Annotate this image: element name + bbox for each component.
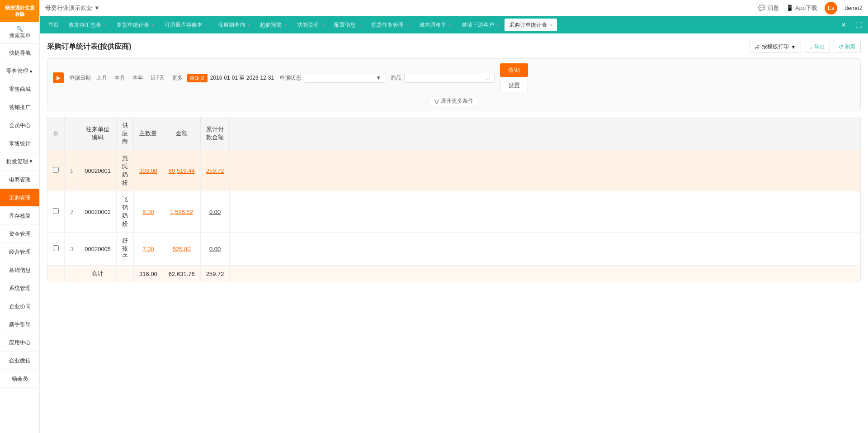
tab-overstock[interactable]: 超储预警 × bbox=[255, 19, 292, 31]
sidebar-logo[interactable]: 畅捷通好生意 标版 bbox=[0, 0, 39, 22]
tab-invite-downstream[interactable]: 邀请下游客户 × bbox=[457, 19, 504, 31]
message-button[interactable]: 💬 消息 bbox=[758, 4, 779, 12]
sidebar-item-members[interactable]: 会员中心 bbox=[0, 116, 39, 134]
col-quantity: 主数量 bbox=[134, 117, 163, 150]
refresh-button[interactable]: ↺ 刷新 bbox=[834, 41, 861, 53]
sidebar-item-search[interactable]: 🔍 搜索英单 bbox=[0, 22, 39, 44]
close-icon[interactable]: × bbox=[449, 23, 452, 28]
sidebar-item-retail[interactable]: 零售管理 ▲ bbox=[0, 62, 39, 80]
tab-label: 可用量库存账本 bbox=[165, 21, 203, 29]
sidebar-item-inventory[interactable]: 库存核算 bbox=[0, 207, 39, 225]
cell-paid-amount[interactable]: 0.00 bbox=[200, 233, 230, 266]
sidebar-item-wholesale[interactable]: 批发管理 ▼ bbox=[0, 152, 39, 171]
sidebar-item-wechat[interactable]: 企业微信 bbox=[0, 352, 39, 370]
cell-supplier: 惠氏奶粉 bbox=[117, 150, 134, 191]
sidebar-item-retail-shop[interactable]: 零售商城 bbox=[0, 80, 39, 98]
close-icon[interactable]: × bbox=[406, 23, 409, 28]
date-filter-label: 单据日期 bbox=[69, 74, 91, 82]
footer-supplier bbox=[117, 266, 134, 282]
tab-picking[interactable]: 拣货任务管理 × bbox=[367, 19, 414, 31]
tab-order-stats[interactable]: 要货单统计表 × bbox=[112, 19, 159, 31]
shortcut-more[interactable]: 更多 bbox=[169, 73, 185, 83]
tab-home[interactable]: 首页 bbox=[43, 19, 63, 31]
export-button[interactable]: ↓ 导出 bbox=[805, 41, 830, 53]
tab-available-inv[interactable]: 可用量库存账本 × bbox=[160, 19, 212, 31]
template-print-button[interactable]: 🖨 按模板打印 ▼ bbox=[750, 41, 801, 53]
sidebar-item-operations[interactable]: 经营管理 bbox=[0, 243, 39, 261]
close-icon[interactable]: × bbox=[205, 23, 208, 28]
settings-button[interactable]: 设置 bbox=[500, 79, 528, 92]
shortcut-this-month[interactable]: 本月 bbox=[112, 73, 128, 83]
sidebar-item-appstore[interactable]: 应用中心 bbox=[0, 333, 39, 352]
cell-checkbox[interactable] bbox=[47, 233, 65, 266]
cell-checkbox[interactable] bbox=[47, 191, 65, 233]
tab-cost-adj[interactable]: 成本调整单 × bbox=[415, 19, 456, 31]
goods-input[interactable]: … bbox=[404, 73, 495, 83]
refresh-icon: ↺ bbox=[839, 44, 843, 50]
close-icon[interactable]: × bbox=[550, 23, 552, 28]
tab-close-all-button[interactable]: ✕ bbox=[838, 20, 849, 29]
cell-paid-amount[interactable]: 259.72 bbox=[200, 150, 230, 191]
filter-collapse-button[interactable]: ▶ bbox=[53, 72, 64, 83]
sidebar-item-enterprise[interactable]: 企业协同 bbox=[0, 297, 39, 315]
sidebar-item-quick[interactable]: 快捷导航 bbox=[0, 44, 39, 62]
custom-date-tag[interactable]: 自定义 bbox=[187, 74, 208, 82]
close-icon[interactable]: × bbox=[248, 23, 250, 28]
sidebar-item-newbie[interactable]: 新手引导 bbox=[0, 315, 39, 333]
close-icon[interactable]: × bbox=[359, 23, 361, 28]
tab-label: 成本调整单 bbox=[419, 21, 446, 29]
footer-paid-amount: 259.72 bbox=[200, 266, 230, 282]
cell-seq: 3 bbox=[65, 233, 79, 266]
cell-amount[interactable]: 525.80 bbox=[163, 233, 200, 266]
expand-more-button[interactable]: ⋁ 展开更多条件 bbox=[429, 96, 479, 106]
footer-amount: 62,631.76 bbox=[163, 266, 200, 282]
settings-icon[interactable]: ⚙ bbox=[53, 130, 59, 137]
app-download-button[interactable]: 📱 App下载 bbox=[786, 4, 817, 12]
cell-quantity[interactable]: 7.00 bbox=[134, 233, 163, 266]
table-header-row: ⚙ 往来单位编码 供应商 主数量 金额 累计付款金额 bbox=[47, 117, 860, 150]
tab-bar: 首页 收发存汇总表 × 要货单统计表 × 可用量库存账本 × 保质期查询 × 超… bbox=[40, 16, 868, 33]
cell-quantity[interactable]: 303.00 bbox=[134, 150, 163, 191]
cell-quantity[interactable]: 6.00 bbox=[134, 191, 163, 233]
tab-purchase-order-stats[interactable]: 采购订单统计表 × bbox=[505, 19, 557, 31]
col-supplier: 供应商 bbox=[117, 117, 134, 150]
shortcut-this-year[interactable]: 本年 bbox=[130, 73, 146, 83]
cell-amount[interactable]: 60,519.44 bbox=[163, 150, 200, 191]
shortcut-7-days[interactable]: 近7天 bbox=[148, 73, 167, 83]
tab-maximize-button[interactable]: ⛶ bbox=[853, 20, 864, 29]
sidebar-item-retail-stats[interactable]: 零售统计 bbox=[0, 134, 39, 152]
query-button[interactable]: 查询 bbox=[500, 63, 528, 77]
cell-amount[interactable]: 1,586.52 bbox=[163, 191, 200, 233]
close-icon[interactable]: × bbox=[104, 23, 107, 28]
sidebar-item-marketing[interactable]: 营销推广 bbox=[0, 98, 39, 116]
tab-config[interactable]: 配置信息 × bbox=[330, 19, 366, 31]
cell-checkbox[interactable] bbox=[47, 150, 65, 191]
tab-func-desc[interactable]: 功能说明 × bbox=[292, 19, 329, 31]
cell-paid-amount[interactable]: 0.00 bbox=[200, 191, 230, 233]
tab-receivable[interactable]: 收发存汇总表 × bbox=[64, 19, 111, 31]
sidebar-item-finance[interactable]: 资金管理 bbox=[0, 225, 39, 243]
tab-bar-actions: ✕ ⛶ bbox=[838, 20, 864, 29]
workspace-selector[interactable]: 母婴行业演示账套 ▼ bbox=[45, 4, 100, 12]
close-icon[interactable]: × bbox=[284, 23, 287, 28]
table-settings-header[interactable]: ⚙ bbox=[47, 117, 65, 150]
sidebar-item-system[interactable]: 系统管理 bbox=[0, 279, 39, 297]
status-filter-label: 单据状态 bbox=[279, 74, 301, 82]
cell-unit-code: 00020005 bbox=[79, 233, 117, 266]
more-icon: … bbox=[485, 75, 491, 81]
footer-extra bbox=[230, 266, 860, 282]
status-select[interactable]: ▼ bbox=[304, 73, 385, 83]
close-icon[interactable]: × bbox=[497, 23, 500, 28]
sidebar-item-vip[interactable]: 畅会员 bbox=[0, 370, 39, 388]
close-icon[interactable]: × bbox=[152, 23, 155, 28]
shortcut-last-month[interactable]: 上月 bbox=[94, 73, 110, 83]
avatar[interactable]: Ea bbox=[825, 2, 837, 14]
sidebar-item-purchase[interactable]: 采购管理 bbox=[0, 189, 39, 207]
chevron-down-icon: ▲ bbox=[29, 68, 33, 73]
filter-row: ▶ 单据日期 上月 本月 本年 近7天 更多 自定义 2016-01-01 至 … bbox=[53, 63, 855, 92]
close-icon[interactable]: × bbox=[321, 23, 324, 28]
sidebar-item-ecommerce[interactable]: 电商管理 bbox=[0, 171, 39, 189]
sidebar-item-basic[interactable]: 基础信息 bbox=[0, 261, 39, 279]
tab-expiry[interactable]: 保质期查询 × bbox=[213, 19, 255, 31]
cell-unit-code: 00020002 bbox=[79, 191, 117, 233]
